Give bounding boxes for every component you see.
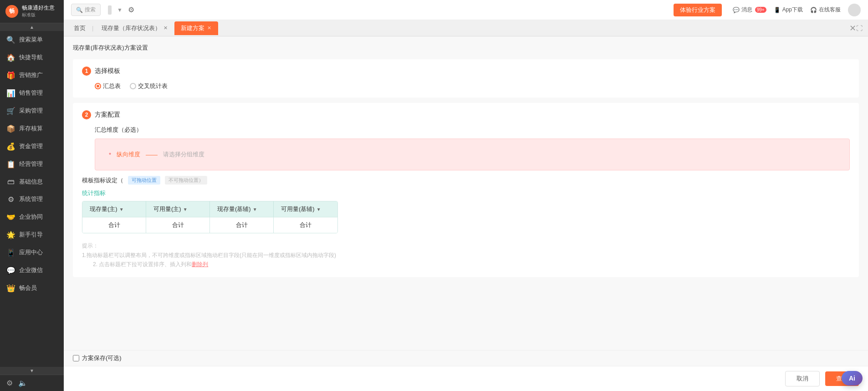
sidebar-item-operation[interactable]: 📋 经营管理 xyxy=(0,155,64,173)
col-header-1-label: 可用量(主) xyxy=(153,205,181,213)
customer-service-action[interactable]: 🎧 在线客服 xyxy=(810,6,841,14)
sidebar-item-purchase[interactable]: 🛒 采购管理 xyxy=(0,102,64,120)
customer-service-icon: 🎧 xyxy=(810,7,817,13)
topbar-actions: 💬 消息 99+ 📱 App下载 🎧 在线客服 xyxy=(733,4,861,16)
search-box[interactable]: 🔍 搜索 xyxy=(71,4,101,16)
radio-dot-summary xyxy=(95,83,101,89)
topbar-dropdown-icon[interactable]: ▼ xyxy=(117,7,123,13)
help-icon[interactable]: 🔈 xyxy=(18,379,27,387)
ai-bubble[interactable]: Ai xyxy=(842,371,863,386)
dimension-dash: —— xyxy=(146,151,158,158)
template-radio-group: 汇总表 交叉统计表 xyxy=(95,82,850,90)
radio-summary[interactable]: 汇总表 xyxy=(95,82,121,90)
sidebar-item-label: 资金管理 xyxy=(19,142,43,150)
app-center-icon: 📱 xyxy=(6,248,15,257)
sidebar-item-label: 基础信息 xyxy=(19,178,43,186)
panel-close-button[interactable]: ✕ xyxy=(849,23,856,33)
sidebar-item-sales[interactable]: 📊 销售管理 xyxy=(0,84,64,102)
sidebar-item-guide[interactable]: 🌟 新手引导 xyxy=(0,226,64,244)
sidebar-item-search-menu[interactable]: 🔍 搜索菜单 xyxy=(0,31,64,49)
radio-cross-label: 交叉统计表 xyxy=(138,82,168,90)
tab-inventory-status[interactable]: 现存量（库存状况表） ✕ xyxy=(95,21,174,35)
metrics-cell-2: 合计 xyxy=(210,217,274,233)
quick-nav-icon: 🏠 xyxy=(6,53,15,62)
save-checkbox-input[interactable] xyxy=(73,355,79,361)
metrics-table: 现存量(主) ▼ 可用量(主) ▼ 现存量(基辅) ▼ 可用量(基辅) xyxy=(82,201,338,233)
sidebar-item-label: 库存核算 xyxy=(19,124,43,133)
metrics-data-row: 合计 合计 合计 合计 xyxy=(82,217,337,233)
col-header-0[interactable]: 现存量(主) ▼ xyxy=(82,201,146,217)
step2-card: 2 方案配置 汇总维度（必选） * 纵向维度 —— 请选择分组维度 模板指标设定… xyxy=(73,103,859,277)
app-download-action[interactable]: 📱 App下载 xyxy=(774,6,803,14)
sales-icon: 📊 xyxy=(6,89,15,98)
dimension-required-mark: * xyxy=(109,151,111,158)
sidebar-item-wechat[interactable]: 💬 企业微信 xyxy=(0,262,64,279)
topbar-settings-icon[interactable]: ⚙ xyxy=(128,5,134,14)
sidebar-item-label: 采购管理 xyxy=(19,107,43,115)
sidebar-scroll-up[interactable]: ▲ xyxy=(0,23,64,31)
metrics-label: 模板指标设定（ 可拖动位置 不可拖动位置） xyxy=(82,176,850,185)
sidebar: 畅 畅康通好生意 标准版 ▲ 🔍 搜索菜单 🏠 快捷导航 🎁 营销推广 📊 销售… xyxy=(0,0,64,391)
guide-icon: 🌟 xyxy=(6,231,15,239)
app-download-label: App下载 xyxy=(782,6,803,14)
sidebar-item-marketing[interactable]: 🎁 营销推广 xyxy=(0,67,64,84)
col-header-1[interactable]: 可用量(主) ▼ xyxy=(146,201,210,217)
sidebar-item-label: 应用中心 xyxy=(19,248,43,257)
sidebar-item-cooperation[interactable]: 🤝 企业协同 xyxy=(0,208,64,226)
col-header-1-chevron: ▼ xyxy=(183,207,188,212)
tab-home[interactable]: 首页 xyxy=(69,21,90,35)
sidebar-item-label: 企业协同 xyxy=(19,213,43,221)
sidebar-item-app-center[interactable]: 📱 应用中心 xyxy=(0,244,64,262)
sidebar-bottom: ⚙ 🔈 xyxy=(0,375,64,391)
system-icon: ⚙ xyxy=(6,195,15,204)
step2-badge: 2 xyxy=(82,110,91,119)
sidebar-item-basic-info[interactable]: 🗃 基础信息 xyxy=(0,173,64,190)
step1-badge: 1 xyxy=(82,67,91,76)
content-area: 现存量(库存状况表)方案设置 1 选择模板 汇总表 交叉统计表 xyxy=(64,36,868,350)
sidebar-item-system[interactable]: ⚙ 系统管理 xyxy=(0,190,64,208)
col-header-0-chevron: ▼ xyxy=(119,207,124,212)
sidebar-item-label: 快捷导航 xyxy=(19,53,43,62)
cancel-button[interactable]: 取消 xyxy=(785,371,820,386)
radio-cross[interactable]: 交叉统计表 xyxy=(130,82,168,90)
col-header-0-label: 现存量(主) xyxy=(90,205,117,213)
panel-expand-button[interactable]: ⛶ xyxy=(856,25,863,32)
sidebar-nav: 🔍 搜索菜单 🏠 快捷导航 🎁 营销推广 📊 销售管理 🛒 采购管理 📦 库存核… xyxy=(0,31,64,367)
sidebar-scroll-down[interactable]: ▼ xyxy=(0,367,64,375)
non-draggable-badge: 不可拖动位置） xyxy=(165,176,207,185)
sidebar-item-label: 企业微信 xyxy=(19,266,43,274)
app-download-icon: 📱 xyxy=(774,7,781,13)
tab-new-plan-close[interactable]: ✕ xyxy=(207,25,211,31)
settings-bottom-icon[interactable]: ⚙ xyxy=(6,379,13,387)
sidebar-item-finance[interactable]: 💰 资金管理 xyxy=(0,138,64,155)
metrics-cell-0: 合计 xyxy=(82,217,146,233)
sidebar-item-label: 畅会员 xyxy=(19,284,37,292)
trial-industry-button[interactable]: 体验行业方案 xyxy=(674,4,722,16)
sidebar-item-label: 销售管理 xyxy=(19,89,43,97)
sidebar-item-inventory[interactable]: 📦 库存核算 xyxy=(0,120,64,138)
tab-inventory-status-close[interactable]: ✕ xyxy=(163,25,168,31)
sidebar-item-member[interactable]: 👑 畅会员 xyxy=(0,279,64,297)
tips-item-1: 2. 点击标题栏下拉可设置排序、插入列和删除列 xyxy=(82,261,850,268)
radio-dot-cross xyxy=(130,83,136,89)
col-header-3[interactable]: 可用量(基辅) ▼ xyxy=(274,201,337,217)
step2-title: 方案配置 xyxy=(95,111,120,119)
save-checkbox[interactable]: 方案保存(可选) xyxy=(73,354,122,362)
metrics-header-row: 现存量(主) ▼ 可用量(主) ▼ 现存量(基辅) ▼ 可用量(基辅) xyxy=(82,201,337,217)
user-avatar[interactable] xyxy=(848,4,861,16)
dimension-row[interactable]: * 纵向维度 —— 请选择分组维度 xyxy=(95,139,850,170)
inventory-icon: 📦 xyxy=(6,124,15,133)
message-icon: 💬 xyxy=(733,7,740,13)
message-action[interactable]: 💬 消息 99+ xyxy=(733,6,766,14)
search-icon: 🔍 xyxy=(76,7,83,13)
operation-icon: 📋 xyxy=(6,160,15,169)
tips-delete-link[interactable]: 删除列 xyxy=(192,261,208,268)
col-header-2[interactable]: 现存量(基辅) ▼ xyxy=(210,201,274,217)
dimension-placeholder: 请选择分组维度 xyxy=(163,150,204,159)
tab-new-plan[interactable]: 新建方案 ✕ xyxy=(174,21,218,35)
action-bar: 取消 查询 xyxy=(64,366,868,391)
sidebar-item-quick-nav[interactable]: 🏠 快捷导航 xyxy=(0,49,64,67)
dimension-label: 汇总维度（必选） xyxy=(95,126,850,134)
main-wrapper: 🔍 搜索 ▼ ⚙ 体验行业方案 💬 消息 99+ 📱 App下载 🎧 在线客服 xyxy=(64,0,868,391)
tips-label: 提示： xyxy=(82,242,850,250)
